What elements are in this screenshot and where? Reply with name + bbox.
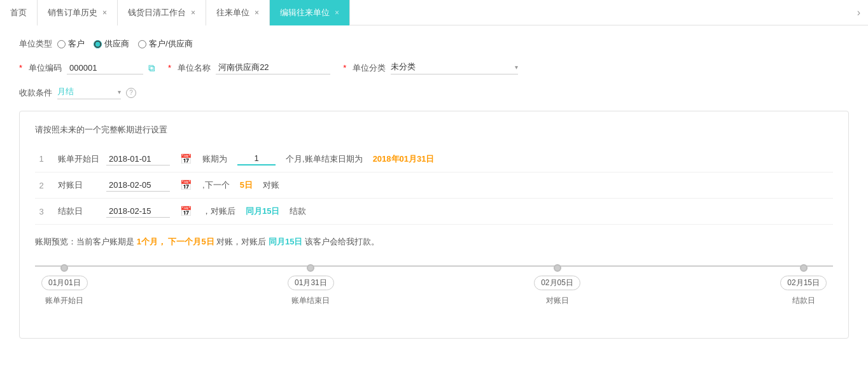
unit-code-label: 单位编码 <box>29 62 62 74</box>
row-1-label: 账单开始日 <box>58 153 96 165</box>
main-content: 单位类型 客户 供应商 客户/供应商 * 单位编码 <box>0 25 868 387</box>
tab-more-button[interactable]: › <box>850 7 868 18</box>
tab-partner-label: 往来单位 <box>216 7 249 18</box>
row-2-suffix-after: ,下一个 <box>202 179 230 191</box>
row-3-calendar-icon[interactable]: 📅 <box>180 206 192 217</box>
unit-code-item: * 单位编码 ⧉ <box>19 62 155 74</box>
preview-part3: 同月15日 <box>269 237 302 246</box>
row-2-date-input[interactable] <box>106 179 170 192</box>
unit-type-row: 单位类型 客户 供应商 客户/供应商 <box>19 38 849 50</box>
row-2-suffix-end: 对账 <box>263 179 279 191</box>
tab-edit-partner[interactable]: 编辑往来单位 × <box>270 0 350 25</box>
unit-class-value: 未分类 <box>391 61 512 73</box>
row-3-highlight: 同月15日 <box>246 206 279 217</box>
tab-edit-partner-label: 编辑往来单位 <box>280 7 330 18</box>
section-title: 请按照未来的一个完整帐期进行设置 <box>35 124 833 136</box>
timeline-date-3: 02月15日 <box>780 276 827 290</box>
tab-cash-workbench-close[interactable]: × <box>191 8 195 17</box>
tab-sales-history-label: 销售订单历史 <box>48 7 97 18</box>
unit-class-required: * <box>343 63 346 73</box>
preview-middle: 对账，对账后 <box>216 237 266 246</box>
timeline-nodes: 01月01日 账单开始日 01月31日 账单结束日 02月05日 对账日 02月… <box>41 264 827 306</box>
unit-type-label: 单位类型 <box>19 38 52 50</box>
copy-icon[interactable]: ⧉ <box>148 62 155 74</box>
unit-type-item: 单位类型 客户 供应商 客户/供应商 <box>19 38 193 50</box>
unit-name-input[interactable] <box>216 62 330 74</box>
timeline-label-1: 账单结束日 <box>291 295 330 306</box>
row-1-num: 1 <box>35 154 48 164</box>
unit-name-label: 单位名称 <box>178 62 211 74</box>
tab-partner[interactable]: 往来单位 × <box>206 0 270 25</box>
payment-chevron-icon: ▾ <box>118 88 121 95</box>
row-1-calendar-icon[interactable]: 📅 <box>180 153 192 165</box>
row-3-suffix-end: 结款 <box>290 206 306 217</box>
tab-partner-close[interactable]: × <box>255 8 259 17</box>
unit-name-item: * 单位名称 <box>168 62 330 74</box>
row-2-highlight: 5日 <box>240 179 253 191</box>
timeline-date-1: 01月31日 <box>288 276 334 290</box>
preview-suffix: 该客户会给我打款。 <box>305 237 379 246</box>
radio-both[interactable]: 客户/供应商 <box>138 38 193 50</box>
radio-customer[interactable]: 客户 <box>57 38 85 50</box>
tab-cash-workbench[interactable]: 钱货日清工作台 × <box>118 0 206 25</box>
radio-customer-label: 客户 <box>68 38 85 50</box>
payment-label: 收款条件 <box>19 87 52 99</box>
preview-label: 账期预览：当前客户账期是 <box>35 237 134 246</box>
tab-home-label: 首页 <box>10 7 27 18</box>
unit-name-required: * <box>168 63 171 73</box>
timeline-dot-2 <box>554 264 561 272</box>
tabs-bar: 首页 销售订单历史 × 钱货日清工作台 × 往来单位 × 编辑往来单位 × › <box>0 0 868 25</box>
tab-edit-partner-close[interactable]: × <box>335 8 339 17</box>
timeline-node-2: 02月05日 对账日 <box>534 264 580 306</box>
unit-code-required: * <box>19 63 22 73</box>
row-1-suffix-after: 个月,账单结束日期为 <box>286 153 363 165</box>
radio-both-label: 客户/供应商 <box>149 38 193 50</box>
row-1-highlight: 2018年01月31日 <box>373 153 435 165</box>
row-1-suffix-before: 账期为 <box>202 153 227 165</box>
preview-part1: 1个月， <box>137 237 166 246</box>
unit-info-row: * 单位编码 ⧉ * 单位名称 * 单位分类 未分类 ▾ <box>19 61 849 74</box>
row-2-calendar-icon[interactable]: 📅 <box>180 179 192 191</box>
help-icon[interactable]: ? <box>126 88 136 98</box>
radio-supplier-label: 供应商 <box>104 38 129 50</box>
tab-home[interactable]: 首页 <box>0 0 38 25</box>
tab-sales-history-close[interactable]: × <box>102 8 107 17</box>
timeline-node-1: 01月31日 账单结束日 <box>288 264 334 306</box>
row-3-label: 结款日 <box>58 206 96 217</box>
payment-item: 收款条件 月结 ▾ ? <box>19 86 136 99</box>
timeline-node-0: 01月01日 账单开始日 <box>41 264 88 306</box>
row-1-date-input[interactable] <box>106 153 170 165</box>
tab-sales-history[interactable]: 销售订单历史 × <box>38 0 118 25</box>
setting-row-1: 1 账单开始日 📅 账期为 个月,账单结束日期为 2018年01月31日 <box>35 146 833 172</box>
setting-row-3: 3 结款日 📅 ，对账后 同月15日 结款 <box>35 199 833 225</box>
unit-class-label: 单位分类 <box>353 62 386 74</box>
timeline-dot-1 <box>307 264 314 272</box>
radio-both-input[interactable] <box>138 40 146 48</box>
payment-dropdown[interactable]: 月结 ▾ <box>57 86 121 99</box>
timeline-container: 01月01日 账单开始日 01月31日 账单结束日 02月05日 对账日 02月… <box>35 258 833 325</box>
payment-value: 月结 <box>57 86 115 97</box>
period-section: 请按照未来的一个完整帐期进行设置 1 账单开始日 📅 账期为 个月,账单结束日期… <box>19 111 849 339</box>
row-3-suffix-after: ，对账后 <box>202 206 235 217</box>
radio-supplier[interactable]: 供应商 <box>94 38 129 50</box>
tab-cash-workbench-label: 钱货日清工作台 <box>128 7 186 18</box>
unit-type-radio-group: 客户 供应商 客户/供应商 <box>57 38 193 50</box>
timeline-dot-3 <box>800 264 808 272</box>
row-3-num: 3 <box>35 207 48 216</box>
unit-code-input[interactable] <box>67 62 143 74</box>
timeline-label-3: 结款日 <box>792 295 815 306</box>
timeline-node-3: 02月15日 结款日 <box>780 264 827 306</box>
timeline-date-2: 02月05日 <box>534 276 580 290</box>
unit-class-chevron-icon: ▾ <box>515 64 518 71</box>
unit-class-dropdown[interactable]: 未分类 ▾ <box>391 61 518 74</box>
radio-customer-input[interactable] <box>57 40 66 48</box>
preview-part2: 下一个月5日 <box>168 237 214 246</box>
timeline-date-0: 01月01日 <box>41 276 88 290</box>
radio-supplier-input[interactable] <box>94 40 102 48</box>
row-3-date-input[interactable] <box>106 205 170 218</box>
payment-row: 收款条件 月结 ▾ ? <box>19 86 849 99</box>
period-input[interactable] <box>237 152 276 165</box>
timeline-dot-0 <box>60 264 68 272</box>
setting-row-2: 2 对账日 📅 ,下一个 5日 对账 <box>35 172 833 199</box>
row-2-label: 对账日 <box>58 179 96 191</box>
